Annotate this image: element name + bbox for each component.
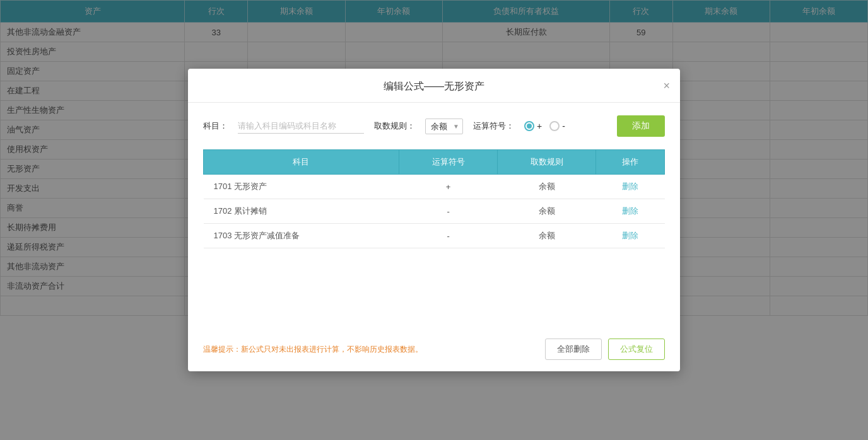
th-rule: 取数规则 — [498, 150, 596, 175]
radio-plus[interactable]: + — [524, 121, 542, 131]
th-action: 操作 — [596, 150, 665, 175]
formula-operator: + — [399, 175, 497, 199]
radio-plus-label: + — [537, 121, 542, 131]
formula-subject: 1702 累计摊销 — [204, 199, 399, 224]
th-subject: 科目 — [204, 150, 399, 175]
delete-row-button[interactable]: 删除 — [622, 181, 638, 192]
formula-rule: 余额 — [498, 224, 596, 248]
hint-text: 温馨提示：新公式只对未出报表进行计算，不影响历史报表数据。 — [203, 344, 423, 355]
delete-row-button[interactable]: 删除 — [622, 230, 638, 241]
modal-overlay: 编辑公式——无形资产 × 科目： 取数规则： 余额 借方 贷方 运算符号： — [0, 0, 868, 440]
formula-rule: 余额 — [498, 175, 596, 199]
modal-title: 编辑公式——无形资产 — [384, 80, 484, 93]
modal-body: 科目： 取数规则： 余额 借方 贷方 运算符号： + — [188, 103, 680, 330]
delete-row-button[interactable]: 删除 — [622, 206, 638, 217]
formula-row: 1701 无形资产 + 余额 删除 — [204, 175, 665, 199]
modal-footer: 温馨提示：新公式只对未出报表进行计算，不影响历史报表数据。 全部删除 公式复位 — [188, 330, 680, 371]
formula-table: 科目 运算符号 取数规则 操作 1701 无形资产 + 余额 删除 1702 累… — [203, 149, 665, 248]
close-button[interactable]: × — [663, 80, 670, 91]
formula-row: 1703 无形资产减值准备 - 余额 删除 — [204, 224, 665, 248]
modal-header: 编辑公式——无形资产 × — [188, 69, 680, 103]
add-button[interactable]: 添加 — [617, 115, 665, 137]
rule-label: 取数规则： — [374, 120, 415, 132]
edit-formula-modal: 编辑公式——无形资产 × 科目： 取数规则： 余额 借方 贷方 运算符号： — [188, 69, 680, 371]
formula-operator: - — [399, 224, 497, 248]
formula-operator: - — [399, 199, 497, 224]
rule-select[interactable]: 余额 借方 贷方 — [425, 119, 463, 134]
formula-action: 删除 — [596, 175, 665, 199]
formula-subject: 1701 无形资产 — [204, 175, 399, 199]
delete-all-button[interactable]: 全部删除 — [545, 339, 602, 360]
formula-subject: 1703 无形资产减值准备 — [204, 224, 399, 248]
operator-label: 运算符号： — [473, 120, 514, 132]
formula-rule: 余额 — [498, 199, 596, 224]
th-operator: 运算符号 — [399, 150, 497, 175]
rule-select-wrapper: 余额 借方 贷方 — [425, 119, 463, 134]
subject-input[interactable] — [238, 119, 364, 134]
footer-buttons: 全部删除 公式复位 — [545, 339, 665, 360]
operator-radio-group: + - — [524, 121, 565, 131]
radio-plus-circle — [524, 121, 534, 131]
table-header-row: 科目 运算符号 取数规则 操作 — [204, 150, 665, 175]
radio-minus-label: - — [562, 121, 565, 131]
subject-label: 科目： — [203, 120, 228, 132]
reset-button[interactable]: 公式复位 — [608, 339, 665, 360]
formula-action: 删除 — [596, 199, 665, 224]
formula-action: 删除 — [596, 224, 665, 248]
formula-form: 科目： 取数规则： 余额 借方 贷方 运算符号： + — [203, 115, 665, 137]
formula-row: 1702 累计摊销 - 余额 删除 — [204, 199, 665, 224]
radio-minus[interactable]: - — [549, 121, 565, 131]
radio-minus-circle — [549, 121, 560, 131]
